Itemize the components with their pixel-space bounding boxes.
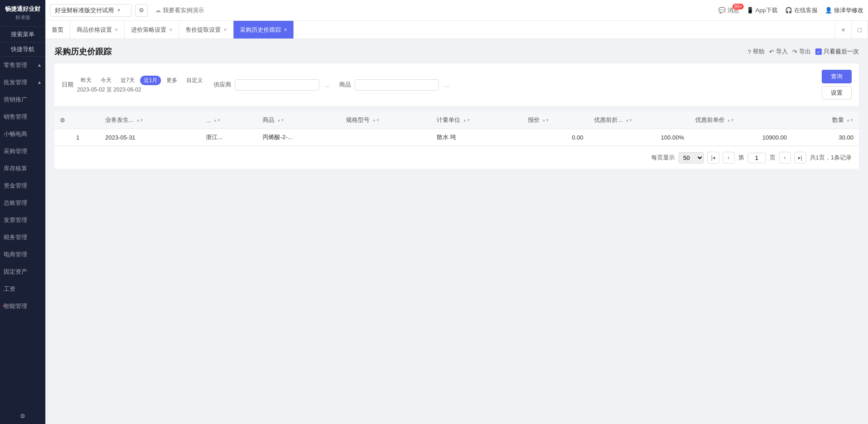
sidebar-item-purchase[interactable]: 采购管理 (0, 143, 45, 160)
goods-dots[interactable]: ... (443, 80, 452, 89)
td-gear (54, 129, 71, 146)
export-button[interactable]: ↷ 导出 (792, 48, 811, 56)
filter-date: 日期 昨天 今天 近7天 近1月 更多 自定义 2023-05-02 至 202… (62, 76, 206, 94)
td-goods: 丙烯酸-2-... (257, 129, 341, 146)
th-goods[interactable]: 商品 ▲▼ (257, 111, 341, 129)
page-input[interactable] (748, 153, 766, 163)
th-quantity[interactable]: 数量 ▲▼ (792, 111, 859, 129)
first-page-icon: |◂ (711, 154, 715, 161)
sidebar-item-ecommerce[interactable]: 电商管理 (0, 246, 45, 263)
filter-settings-button[interactable]: 设置 (822, 86, 852, 100)
sidebar-search[interactable]: 搜索菜单 (0, 27, 45, 43)
goods-input[interactable] (355, 79, 439, 91)
date-opt-yesterday[interactable]: 昨天 (77, 76, 95, 85)
sort-arrows-unit: ▲▼ (463, 119, 470, 122)
date-opt-more[interactable]: 更多 (163, 76, 181, 85)
tab-sale-price[interactable]: 售价提取设置 × (179, 21, 234, 39)
td-unit: 散水 吨 (431, 129, 522, 146)
tab-close-window-button[interactable]: × (835, 21, 852, 39)
version-selector-text: 好业财标准版交付试用 (55, 6, 114, 14)
sidebar-item-wholesale[interactable]: 批发管理 ▲ (0, 74, 45, 91)
tab-home[interactable]: 首页 (45, 21, 70, 39)
tabs-bar-actions: × □ (835, 21, 868, 39)
sidebar-item-sales[interactable]: 销售管理 (0, 108, 45, 125)
supplier-dots[interactable]: ... (323, 80, 332, 89)
next-page-button[interactable]: › (779, 152, 791, 164)
import-label: 导入 (776, 48, 788, 56)
sidebar-quick-nav[interactable]: 快捷导航 (0, 43, 45, 57)
tab-purchase-strategy[interactable]: 进价策略设置 × (125, 21, 179, 39)
sidebar-gear-button[interactable]: ⚙ (0, 408, 45, 424)
user-button[interactable]: 👤 徐泽华修改 (825, 6, 863, 14)
th-supplier-dots[interactable]: ... ▲▼ (200, 111, 257, 129)
column-gear-icon: ⚙ (60, 117, 65, 124)
query-button[interactable]: 查询 (822, 70, 852, 83)
goods-filter-label: 商品 (339, 81, 351, 89)
next-page-icon: › (784, 154, 786, 161)
data-table: ⚙ 业务发生... ▲▼ ... ▲▼ 商品 ▲▼ (54, 111, 859, 146)
tab-expand-button[interactable]: □ (852, 21, 868, 39)
sidebar-item-wholesale-arrow: ▲ (37, 80, 42, 85)
tab-sale-price-close[interactable]: × (224, 27, 227, 33)
sidebar-item-ecommerce-small[interactable]: 小畅电商 (0, 125, 45, 143)
help-label: 帮助 (753, 48, 765, 56)
help-button[interactable]: ? 帮助 (748, 48, 765, 56)
sidebar-item-wholesale-label: 批发管理 (4, 78, 27, 87)
th-gear[interactable]: ⚙ (54, 111, 71, 129)
main-area: 好业财标准版交付试用 ▼ ⚙ ☁ 我要看实例演示 💬 消息 99+ 📱 App下… (45, 0, 868, 424)
sidebar-item-ledger[interactable]: 总账管理 (0, 194, 45, 212)
sidebar-item-smart[interactable]: 智能管理 (0, 298, 45, 315)
sidebar-item-retail-arrow: ▲ (37, 63, 42, 67)
sidebar-item-retail-label: 零售管理 (4, 61, 27, 69)
sidebar-item-salary-label: 工资 (4, 285, 15, 293)
topbar-right: 💬 消息 99+ 📱 App下载 🎧 在线客服 👤 徐泽华修改 (718, 6, 863, 14)
th-discount-label: 优惠前折... (594, 116, 623, 123)
table-header: ⚙ 业务发生... ▲▼ ... ▲▼ 商品 ▲▼ (54, 111, 859, 129)
date-opt-custom[interactable]: 自定义 (183, 76, 206, 85)
service-icon: 🎧 (785, 7, 792, 14)
tab-price[interactable]: 商品价格设置 × (70, 21, 125, 39)
tab-price-label: 商品价格设置 (77, 26, 112, 34)
sidebar-item-tax[interactable]: 税务管理 (0, 229, 45, 246)
tab-price-close[interactable]: × (115, 27, 118, 33)
tab-purchase-strategy-close[interactable]: × (169, 27, 172, 33)
th-spec[interactable]: 规格型号 ▲▼ (341, 111, 431, 129)
date-opt-7days[interactable]: 近7天 (117, 76, 138, 85)
export-label: 导出 (799, 48, 811, 56)
th-date[interactable]: 业务发生... ▲▼ (100, 111, 200, 129)
prev-page-button[interactable]: ‹ (723, 152, 735, 164)
topbar-settings-button[interactable]: ⚙ (135, 4, 148, 17)
th-supplier-dots-label: ... (206, 117, 211, 124)
first-page-button[interactable]: |◂ (707, 152, 719, 164)
th-price[interactable]: 报价 ▲▼ (522, 111, 589, 129)
per-page-select[interactable]: 50 20 100 (678, 152, 704, 164)
th-date-label: 业务发生... (105, 116, 134, 123)
app-download-button[interactable]: 📱 App下载 (746, 6, 778, 14)
tab-history-price-close[interactable]: × (284, 27, 287, 33)
sidebar-item-finance[interactable]: 资金管理 (0, 177, 45, 194)
import-button[interactable]: ↶ 导入 (769, 48, 788, 56)
sidebar-item-assets[interactable]: 固定资产 (0, 263, 45, 280)
date-opt-today[interactable]: 今天 (97, 76, 115, 85)
sidebar-item-salary[interactable]: 工资 (0, 280, 45, 298)
th-pre-discount-price[interactable]: 优惠前单价 ▲▼ (690, 111, 793, 129)
page-suffix: 页 (770, 154, 775, 162)
online-service-button[interactable]: 🎧 在线客服 (785, 6, 818, 14)
supplier-input[interactable] (235, 79, 319, 91)
sidebar-item-retail[interactable]: 零售管理 ▲ (0, 57, 45, 74)
last-page-button[interactable]: ▸| (795, 152, 806, 164)
sort-arrows-discount: ▲▼ (625, 119, 633, 122)
date-opt-1month[interactable]: 近1月 (140, 76, 161, 85)
sidebar-item-inventory[interactable]: 库存核算 (0, 160, 45, 177)
filter-row: 日期 昨天 今天 近7天 近1月 更多 自定义 2023-05-02 至 202… (62, 70, 852, 100)
version-selector[interactable]: 好业财标准版交付试用 ▼ (50, 4, 132, 17)
sidebar-item-marketing[interactable]: 营销推广 (0, 91, 45, 108)
demo-button[interactable]: ☁ 我要看实例演示 (155, 6, 204, 14)
th-discount[interactable]: 优惠前折... ▲▼ (589, 111, 689, 129)
sidebar-item-invoice[interactable]: 发票管理 (0, 212, 45, 229)
tab-history-price[interactable]: 采购历史价跟踪 × (234, 21, 294, 39)
only-last-checkbox[interactable]: ✓ 只看最后一次 (815, 48, 859, 56)
message-button[interactable]: 💬 消息 99+ (718, 6, 739, 14)
th-unit[interactable]: 计量单位 ▲▼ (431, 111, 522, 129)
page-header-actions: ? 帮助 ↶ 导入 ↷ 导出 ✓ 只看最后一次 (748, 48, 859, 56)
